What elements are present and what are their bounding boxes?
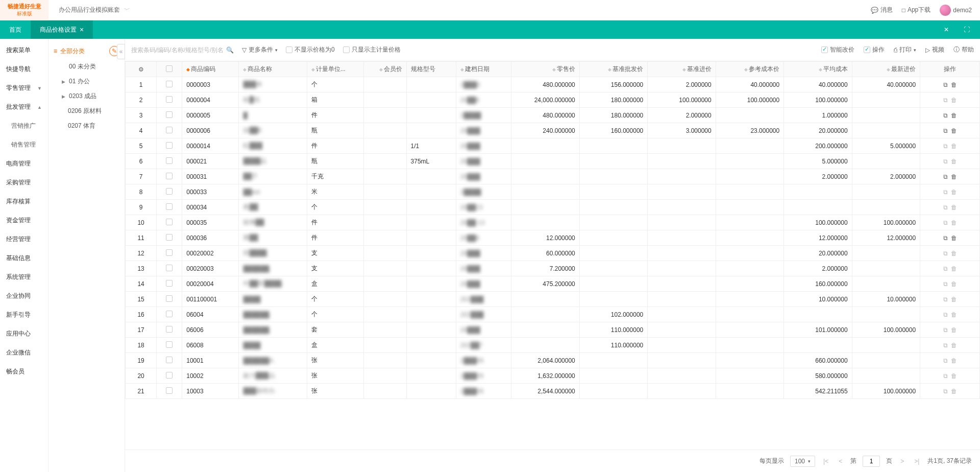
col-vip[interactable]: ◆会员价 [364, 62, 406, 77]
col-spec[interactable]: 规格型号 [406, 62, 456, 77]
detail-icon[interactable]: ⧉ [943, 234, 948, 242]
cell-checkbox[interactable] [157, 108, 182, 123]
delete-icon[interactable]: 🗑 [951, 219, 957, 226]
nav-purchase[interactable]: 采购管理 [0, 173, 48, 192]
detail-icon[interactable]: ⧉ [943, 219, 948, 226]
delete-icon[interactable]: 🗑 [951, 143, 957, 150]
delete-icon[interactable]: 🗑 [951, 188, 957, 196]
tree-node-0207[interactable]: 0207 体育 [48, 119, 125, 133]
delete-icon[interactable]: 🗑 [951, 173, 957, 180]
nav-stock[interactable]: 库存核算 [0, 192, 48, 211]
detail-icon[interactable]: ⧉ [943, 112, 948, 119]
only-main-unit-checkbox[interactable]: 只显示主计量价格 [343, 45, 401, 54]
cell-checkbox[interactable] [157, 322, 182, 338]
detail-icon[interactable]: ⧉ [943, 280, 948, 288]
cell-checkbox[interactable] [157, 261, 182, 276]
table-row[interactable]: 2010002扬力███品.张2███051,632.000000580.000… [126, 368, 980, 384]
nav-appcenter[interactable]: 应用中心 [0, 324, 48, 343]
nav-sys[interactable]: 系统管理 [0, 268, 48, 287]
table-row[interactable]: 8000033██est米2████⧉🗑 [126, 184, 980, 200]
delete-icon[interactable]: 🗑 [951, 112, 957, 119]
nav-fund[interactable]: 资金管理 [0, 211, 48, 230]
nav-guide[interactable]: 新手引导 [0, 305, 48, 324]
delete-icon[interactable]: 🗑 [951, 280, 957, 288]
table-scroll[interactable]: ⚙ ◆商品编码 ◆商品名称 ◆计量单位... ◆会员价 规格型号 ◆建档日期 ◆… [125, 61, 980, 450]
pager-last-button[interactable]: >| [912, 458, 921, 465]
nav-promo[interactable]: 营销推广 [0, 116, 48, 135]
col-pur[interactable]: ◆基准进价 [648, 62, 716, 77]
smart-price-button[interactable]: 智能改价 [821, 45, 854, 54]
close-all-tabs-button[interactable]: ✕ [939, 22, 953, 37]
nav-member[interactable]: 畅会员 [0, 362, 48, 381]
delete-icon[interactable]: 🗑 [951, 81, 957, 88]
account-selector[interactable]: 办公用品行业模拟账套 ﹀ [48, 6, 140, 14]
messages-button[interactable]: 💬 消息 [871, 6, 893, 14]
cell-checkbox[interactable] [157, 123, 182, 138]
delete-icon[interactable]: 🗑 [951, 357, 957, 364]
table-row[interactable]: 20000004收█纸箱20██824,000.000000180.000000… [126, 92, 980, 108]
cell-checkbox[interactable] [157, 200, 182, 215]
table-row[interactable]: 50000014杜███件1/120███200.0000005.000000⧉… [126, 138, 980, 154]
col-unit[interactable]: ◆计量单位... [307, 62, 363, 77]
cell-checkbox[interactable] [157, 276, 182, 292]
table-row[interactable]: 15001100001████个202███10.00000010.000000… [126, 292, 980, 307]
tab-home[interactable]: 首页 [0, 20, 31, 39]
col-date[interactable]: ◆建档日期 [456, 62, 511, 77]
nav-sales[interactable]: 销售管理 [0, 135, 48, 154]
col-avgcost[interactable]: ◆平均成本 [784, 62, 852, 77]
delete-icon[interactable]: 🗑 [951, 158, 957, 165]
cell-checkbox[interactable] [157, 292, 182, 307]
delete-icon[interactable]: 🗑 [951, 204, 957, 211]
search-input[interactable] [131, 46, 223, 54]
table-row[interactable]: 1300020003██████.支20███7.2000002.000000⧉… [126, 261, 980, 276]
video-button[interactable]: ▷ 视频 [925, 45, 944, 54]
detail-icon[interactable]: ⧉ [943, 326, 948, 334]
detail-icon[interactable]: ⧉ [943, 173, 948, 180]
cell-checkbox[interactable] [157, 230, 182, 246]
nav-quick[interactable]: 快捷导航 [0, 60, 48, 79]
pager-next-button[interactable]: > [898, 458, 906, 465]
delete-icon[interactable]: 🗑 [951, 265, 957, 272]
fullscreen-button[interactable]: ⛶ [960, 22, 974, 37]
detail-icon[interactable]: ⧉ [943, 97, 948, 104]
col-select-all[interactable] [157, 62, 182, 77]
table-row[interactable]: 10000003███本个2███0480.000000156.0000002.… [126, 77, 980, 92]
delete-icon[interactable]: 🗑 [951, 296, 957, 303]
detail-icon[interactable]: ⧉ [943, 342, 948, 349]
pager-page-input[interactable] [863, 456, 880, 467]
table-row[interactable]: 1910001██████A.张2███052,064.000000660.00… [126, 353, 980, 368]
operations-button[interactable]: 操作 [864, 45, 885, 54]
delete-icon[interactable]: 🗑 [951, 250, 957, 257]
pager-prev-button[interactable]: < [837, 458, 844, 465]
nav-wholesale[interactable]: 批发管理▲ [0, 98, 48, 116]
delete-icon[interactable]: 🗑 [951, 372, 957, 380]
table-row[interactable]: 7000031██子千克20███2.0000002.000000⧉🗑 [126, 169, 980, 184]
nav-ecom[interactable]: 电商管理 [0, 154, 48, 173]
table-row[interactable]: 1806008████盒202██7110.000000⧉🗑 [126, 338, 980, 353]
table-row[interactable]: 6000021████品瓶375mL20███5.000000⧉🗑 [126, 154, 980, 169]
cell-checkbox[interactable] [157, 77, 182, 92]
cell-checkbox[interactable] [157, 92, 182, 108]
delete-icon[interactable]: 🗑 [951, 326, 957, 334]
pager-size-select[interactable]: 100 ▾ [790, 456, 815, 467]
table-row[interactable]: 2110003███新特办.张2███052,544.000000542.211… [126, 384, 980, 399]
col-retail[interactable]: ◆零售价 [511, 62, 579, 77]
cell-checkbox[interactable] [157, 138, 182, 154]
collapse-tree-button[interactable]: « [117, 44, 125, 59]
tree-all-categories[interactable]: ≡ 全部分类 ✎ [48, 43, 125, 59]
cell-checkbox[interactable] [157, 368, 182, 384]
cell-checkbox[interactable] [157, 384, 182, 399]
cell-checkbox[interactable] [157, 338, 182, 353]
tree-node-00[interactable]: 00 未分类 [48, 59, 125, 74]
col-latest[interactable]: ◆最新进价 [852, 62, 920, 77]
delete-icon[interactable]: 🗑 [951, 127, 957, 134]
help-button[interactable]: ⓘ 帮助 [953, 45, 974, 54]
nav-wecom[interactable]: 企业微信 [0, 343, 48, 362]
nav-base[interactable]: 基础信息 [0, 249, 48, 268]
cell-checkbox[interactable] [157, 215, 182, 230]
cell-checkbox[interactable] [157, 184, 182, 200]
col-code[interactable]: ◆商品编码 [182, 62, 239, 77]
tree-node-01[interactable]: ▶01 办公 [48, 74, 125, 89]
detail-icon[interactable]: ⧉ [943, 250, 948, 257]
table-row[interactable]: 1200020002得████.支20███60.00000020.000000… [126, 246, 980, 261]
